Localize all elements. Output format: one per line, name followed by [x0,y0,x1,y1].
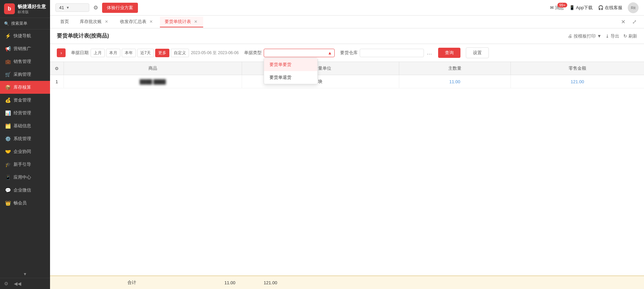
sales-icon: 💼 [5,59,11,65]
store-name: 41 [59,5,64,10]
service-icon: 🎧 [598,5,603,10]
warehouse-more-icon[interactable]: … [426,49,433,57]
user-avatar[interactable]: Rit [628,2,639,13]
refresh-button[interactable]: ↻ 刷新 [623,33,637,39]
sidebar-item-cooperation[interactable]: 🤝企业协同 [0,145,50,158]
search-label: 搜索菜单 [11,21,27,26]
sidebar-item-finance[interactable]: 💰资金管理 [0,94,50,107]
tab-home[interactable]: 首页 [55,17,74,27]
sidebar-item-shortcut[interactable]: ⚡快捷导航 [0,29,50,42]
nav-label: 应用中心 [14,174,31,180]
nav-label: 营销推广 [14,46,31,52]
sidebar-search[interactable]: 🔍 搜索菜单 [0,18,50,29]
tabs-bar: 首页库存批次账✕收发存汇总表✕要货单统计表✕ ✕ ⤢ [50,16,644,28]
type-dropdown-menu: 要货单要货 要货单退货 [264,58,318,84]
date-filter-group: 单据日期 上月 本月 本年 近7天 更多 自定义 2023-05-06 至 20… [71,49,239,57]
col-product: 商品 [64,62,242,75]
sidebar-item-purchase[interactable]: 🛒采购管理 [0,68,50,81]
nav-label: 经营管理 [14,110,31,116]
cell-quantity[interactable]: 11.00 [399,75,510,88]
date-shortcuts: 上月 本月 本年 近7天 更多 自定义 [91,49,189,57]
sidebar-scroll-down[interactable]: ▼ [0,270,50,278]
messages-button[interactable]: ✉ 消息 99+ [550,5,564,11]
main-area: 41 ▼ ⚙ 体验行业方案 ✉ 消息 99+ 📱 App下载 🎧 在线客服 Ri… [50,0,644,289]
footer-amount: 121.00 [250,280,291,285]
col-settings-icon[interactable]: ⚙ [50,62,64,75]
nav-label: 企业微信 [14,187,31,193]
tab-order[interactable]: 要货单统计表✕ [160,17,203,27]
filter-expand-button[interactable]: › [57,48,66,57]
tab-label: 首页 [60,19,69,25]
topbar-gear-icon[interactable]: ⚙ [93,4,98,11]
date-this-month[interactable]: 本月 [106,49,120,57]
col-quantity: 主数量 [399,62,510,75]
sidebar: b 畅捷通好生意 标准版 🔍 搜索菜单 ⚡快捷导航📢营销推广💼销售管理🛒采购管理… [0,0,50,289]
tab-close-order[interactable]: ✕ [193,19,198,24]
tab-label: 要货单统计表 [165,19,191,25]
store-selector[interactable]: 41 ▼ [55,3,89,12]
warehouse-filter-group: 要货仓库 … [340,49,433,57]
type-filter-label: 单据类型 [244,50,262,56]
footer-total-label: 合计 [54,280,210,286]
sidebar-item-system[interactable]: ⚙️系统管理 [0,132,50,145]
table-footer: 合计 11.00 121.00 [50,275,644,289]
cell-amount[interactable]: 121.00 [510,75,644,88]
date-7days[interactable]: 近7天 [137,49,154,57]
data-table: ⚙ 商品 主计量单位 主数量 零售金额 1 ████ ████ 块 11.00 … [50,62,644,88]
tab-close-batch[interactable]: ✕ [104,19,109,24]
collapse-icon[interactable]: ◀◀ [14,281,21,286]
basic-icon: 🗂️ [5,123,11,129]
nav-label: 畅会员 [14,200,27,206]
date-last-month[interactable]: 上月 [91,49,105,57]
tab-summary[interactable]: 收发存汇总表✕ [115,17,159,27]
date-range-display: 2023-05-06 至 2023-06-06 [191,50,239,56]
sidebar-item-sales[interactable]: 💼销售管理 [0,55,50,68]
data-table-container: ⚙ 商品 主计量单位 主数量 零售金额 1 ████ ████ 块 11.00 … [50,62,644,275]
print-button[interactable]: 🖨 按模板打印 ▼ [568,33,601,39]
nav-label: 销售管理 [14,59,31,65]
filter-settings-button[interactable]: 设置 [466,47,489,58]
search-icon: 🔍 [4,21,9,26]
tab-batch[interactable]: 库存批次账✕ [75,17,114,27]
footer-quantity: 11.00 [210,280,250,285]
table-row: 1 ████ ████ 块 11.00 121.00 [50,75,644,88]
apps-icon: 📱 [5,174,11,180]
industry-button[interactable]: 体验行业方案 [102,3,138,13]
finance-icon: 💰 [5,97,11,103]
system-icon: ⚙️ [5,136,11,142]
app-download-button[interactable]: 📱 App下载 [569,5,593,11]
type-select-input[interactable] [264,49,335,57]
guide-icon: 🎓 [5,161,11,168]
nav-label: 新手引导 [14,161,31,168]
sidebar-item-marketing[interactable]: 📢营销推广 [0,42,50,55]
export-button[interactable]: ⤓ 导出 [605,33,619,39]
sidebar-item-apps[interactable]: 📱应用中心 [0,171,50,184]
date-custom[interactable]: 自定义 [171,49,189,57]
sidebar-item-operations[interactable]: 📊经营管理 [0,107,50,119]
date-this-year[interactable]: 本年 [122,49,136,57]
online-service-button[interactable]: 🎧 在线客服 [598,5,622,11]
tab-close-summary[interactable]: ✕ [148,19,154,24]
query-button[interactable]: 查询 [438,48,460,58]
sidebar-item-wechat[interactable]: 💬企业微信 [0,184,50,197]
sidebar-nav: ⚡快捷导航📢营销推广💼销售管理🛒采购管理📦库存核算💰资金管理📊经营管理🗂️基础信… [0,29,50,270]
operations-icon: 📊 [5,110,11,116]
sidebar-item-member[interactable]: 👑畅会员 [0,197,50,209]
page-header: 要货单统计表(按商品) 🖨 按模板打印 ▼ ⤓ 导出 ↻ 刷新 [50,28,644,44]
filter-bar: › 单据日期 上月 本月 本年 近7天 更多 自定义 2023-05-06 至 … [50,44,644,62]
nav-label: 资金管理 [14,97,31,103]
maximize-button[interactable]: ⤢ [630,18,639,26]
settings-icon[interactable]: ⚙ [4,281,8,286]
sidebar-item-inventory[interactable]: 📦库存核算 [0,81,50,94]
warehouse-input[interactable] [360,49,424,57]
close-tab-button[interactable]: ✕ [619,18,627,26]
dropdown-item-purchase[interactable]: 要货单要货 [264,58,317,71]
nav-label: 采购管理 [14,71,31,77]
dropdown-item-return[interactable]: 要货单退货 [264,71,317,84]
nav-label: 快捷导航 [14,33,31,39]
sidebar-item-basic[interactable]: 🗂️基础信息 [0,119,50,132]
store-arrow-icon: ▼ [66,6,69,9]
topbar-right: ✉ 消息 99+ 📱 App下载 🎧 在线客服 Rit [550,2,639,13]
date-more[interactable]: 更多 [155,49,169,57]
sidebar-item-guide[interactable]: 🎓新手引导 [0,158,50,171]
